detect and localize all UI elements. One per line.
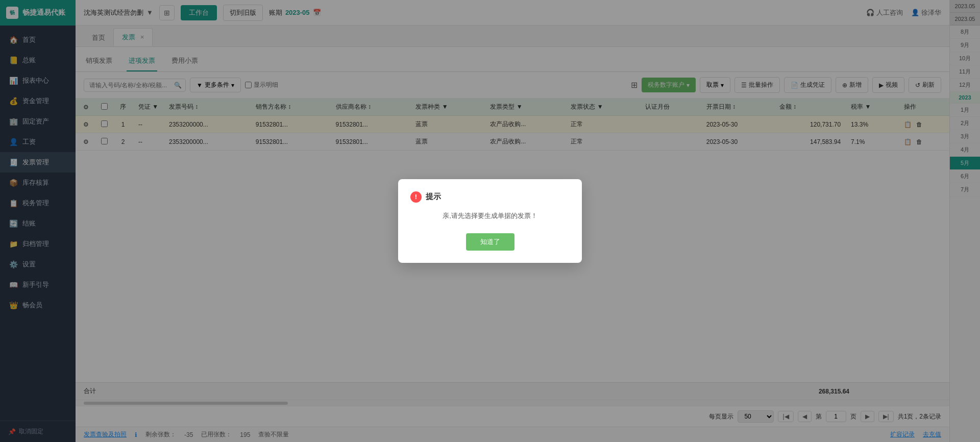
warning-icon: ! <box>410 191 422 203</box>
dialog-message: 亲,请先选择要生成单据的发票！ <box>410 211 570 222</box>
dialog: ! 提示 亲,请先选择要生成单据的发票！ 知道了 <box>398 179 582 263</box>
dialog-overlay: ! 提示 亲,请先选择要生成单据的发票！ 知道了 <box>0 0 980 442</box>
dialog-confirm-button[interactable]: 知道了 <box>466 233 514 251</box>
dialog-footer: 知道了 <box>410 233 570 251</box>
dialog-title-text: 提示 <box>426 192 441 202</box>
dialog-title: ! 提示 <box>410 191 570 203</box>
